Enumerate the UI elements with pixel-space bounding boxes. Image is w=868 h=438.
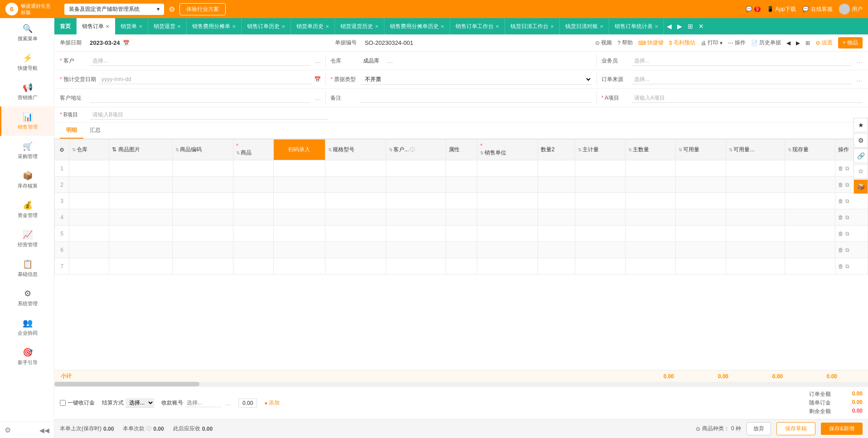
order-source-input[interactable] [631, 75, 852, 84]
th-main-uom[interactable]: ⇅ 主计量 [575, 140, 626, 160]
shortcut-btn[interactable]: ⌨ 快捷键 [638, 39, 664, 47]
account-input[interactable] [185, 399, 221, 407]
close-sales-order-history-tab[interactable]: ✕ [281, 24, 285, 29]
collapse-sidebar-btn[interactable]: ◀◀ [39, 427, 49, 434]
sidebar-item-search[interactable]: 🔍 搜索菜单 [0, 18, 54, 48]
sidebar-item-inventory[interactable]: 📦 库存核算 [0, 165, 54, 195]
close-sales-refund-history-tab[interactable]: ✕ [375, 24, 378, 29]
staff-input[interactable] [631, 56, 852, 66]
th-product-code[interactable]: ⇅ 商品编码 [173, 140, 233, 160]
th-customer-code[interactable]: ⇅ 客户... ⓘ [386, 140, 446, 160]
th-main-qty[interactable]: ⇅ 主数量 [626, 140, 676, 160]
tab-sales-order-history[interactable]: 销售订单历史 ✕ [242, 18, 291, 34]
row-delete-btn[interactable]: 🗑 [838, 165, 844, 172]
side-btn-1[interactable]: ★ [853, 118, 868, 132]
customer-dots[interactable]: … [315, 57, 321, 64]
add-btn[interactable]: ● 添加 [264, 399, 279, 407]
notification-btn[interactable]: 💬 9 [746, 6, 761, 12]
view-btn[interactable]: ⊙ 视频 [595, 39, 612, 47]
save-draft-button[interactable]: 保存草稿 [776, 422, 815, 435]
row-delete-btn[interactable]: 🗑 [838, 247, 844, 253]
sidebar-item-marketing[interactable]: 📢 营销推广 [0, 77, 54, 106]
scroll-thumb[interactable] [54, 382, 199, 386]
current-info-icon[interactable]: ⓘ [146, 425, 151, 432]
subtab-detail[interactable]: 明细 [60, 123, 83, 139]
online-service-btn[interactable]: 💬 在线客服 [802, 5, 833, 13]
a-project-input[interactable] [631, 93, 863, 103]
customer-address-input[interactable] [90, 93, 310, 103]
side-btn-4[interactable]: ☆ [853, 164, 868, 178]
close-sales-fee-tab[interactable]: ✕ [232, 24, 236, 29]
tab-sales-goods-history[interactable]: 销货单历史 ✕ [291, 18, 335, 34]
app-download-btn[interactable]: 📱 App下载 [767, 5, 796, 13]
row-delete-btn[interactable]: 🗑 [838, 198, 844, 204]
tab-scroll-right[interactable]: ▶ [674, 23, 685, 30]
solution-button[interactable]: 体验行业方案 [179, 3, 226, 15]
remark-input[interactable] [360, 93, 592, 103]
staff-dots[interactable]: … [856, 57, 863, 64]
th-product-name[interactable]: ⇅ 商品 [233, 140, 273, 160]
grid-view-btn[interactable]: ⊞ [805, 40, 810, 46]
th-available[interactable]: ⇅ 可用量 [676, 140, 726, 160]
row-delete-btn[interactable]: 🗑 [838, 214, 844, 221]
th-warehouse[interactable]: ⇅ 仓库 [69, 140, 109, 160]
tab-sales-refund-history[interactable]: 销货退货历史 ✕ [335, 18, 384, 34]
customer-input[interactable] [90, 56, 310, 66]
tab-cash-workbench[interactable]: 钱货日清工作台 ✕ [505, 18, 560, 34]
sidebar-item-collab[interactable]: 👥 企业协同 [0, 313, 54, 342]
th-spec[interactable]: ⇅ 规格型号 [325, 140, 386, 160]
close-sales-workbench-tab[interactable]: ✕ [495, 24, 499, 29]
subtab-summary[interactable]: 汇总 [83, 123, 107, 139]
row-delete-btn[interactable]: 🗑 [838, 231, 844, 237]
payment-method-select[interactable]: 选择... [126, 398, 154, 408]
print-btn[interactable]: 🖨 打印 ▾ [701, 39, 723, 47]
system-name[interactable]: 装备及固定资产辅助管理系统 ▾ [64, 4, 164, 15]
settings-icon[interactable]: ⚙ [169, 5, 175, 14]
close-sales-fee-history-tab[interactable]: ✕ [441, 24, 444, 29]
row-copy-btn[interactable]: ⧉ [845, 231, 849, 237]
sidebar-item-system[interactable]: ⚙ 系统管理 [0, 283, 54, 313]
one-click-order-checkbox[interactable]: 一键收订金 [60, 399, 95, 407]
tab-sales-fee[interactable]: 销售费用分摊单 ✕ [187, 18, 242, 34]
row-delete-btn[interactable]: 🗑 [838, 182, 844, 188]
tab-home[interactable]: 首页 [54, 18, 77, 34]
save-new-button[interactable]: 保存&新增 [821, 423, 863, 435]
tab-sales-stats[interactable]: 销售订单统计表 ✕ [609, 18, 664, 34]
delivery-calendar-icon[interactable]: 📅 [314, 76, 321, 82]
b-project-input[interactable] [90, 110, 327, 120]
operation-btn[interactable]: ⋯ 操作 [728, 39, 746, 47]
customer-code-info-icon[interactable]: ⓘ [410, 146, 415, 153]
tab-scroll-left[interactable]: ◀ [664, 23, 674, 30]
account-dots[interactable]: … [225, 399, 231, 407]
one-click-checkbox[interactable] [60, 400, 66, 406]
history-btn[interactable]: 📄 历史单据 [751, 39, 781, 47]
discard-button[interactable]: 放弃 [747, 422, 771, 435]
row-copy-btn[interactable]: ⧉ [845, 198, 849, 204]
close-cash-workbench-tab[interactable]: ✕ [550, 24, 554, 29]
side-btn-3[interactable]: 🔗 [853, 149, 868, 163]
side-btn-2[interactable]: ⚙ [853, 133, 868, 148]
close-cash-reconcile-tab[interactable]: ✕ [600, 24, 603, 29]
row-copy-btn[interactable]: ⧉ [845, 247, 849, 253]
sidebar-item-purchase[interactable]: 🛒 采购管理 [0, 136, 54, 165]
close-sales-stats-tab[interactable]: ✕ [655, 24, 658, 29]
delivery-date-input[interactable] [99, 75, 311, 84]
tab-sales-workbench[interactable]: 销售订单工作台 ✕ [450, 18, 505, 34]
close-sales-return-tab[interactable]: ✕ [139, 24, 142, 29]
user-area[interactable]: 用户 [839, 4, 863, 14]
settings-bottom-icon[interactable]: ⚙ [5, 426, 11, 434]
sidebar-item-guide[interactable]: 🎯 新手引导 [0, 342, 54, 371]
profit-btn[interactable]: $ 毛利预估 [669, 39, 695, 47]
tab-sales-return[interactable]: 销货单 ✕ [115, 18, 148, 34]
tab-sales-fee-history[interactable]: 销售费用分摊单历史 ✕ [384, 18, 450, 34]
sidebar-item-management[interactable]: 📈 经营管理 [0, 224, 54, 254]
row-copy-btn[interactable]: ⧉ [845, 263, 849, 270]
row-copy-btn[interactable]: ⧉ [845, 182, 849, 188]
invoice-type-select[interactable]: 不开票 [360, 74, 592, 85]
row-copy-btn[interactable]: ⧉ [845, 165, 849, 172]
add-goods-btn[interactable]: + 物品 [838, 37, 863, 48]
th-available2[interactable]: ⇅ 可用量... [726, 140, 785, 160]
tab-sales-order[interactable]: 销售订单 ✕ [77, 18, 115, 34]
tab-sales-refund[interactable]: 销货退货 ✕ [148, 18, 187, 34]
warehouse-dots[interactable]: … [387, 57, 393, 64]
